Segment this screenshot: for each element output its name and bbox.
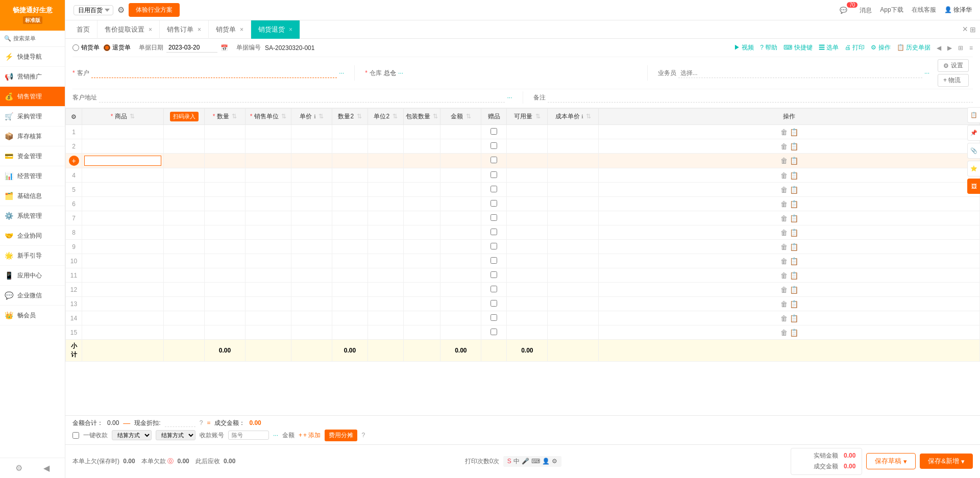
unit2-cell[interactable] — [368, 240, 404, 254]
col-settings[interactable]: ⚙ — [66, 109, 82, 125]
product-cell[interactable] — [82, 139, 164, 154]
copy-row-button[interactable]: 📋 — [790, 257, 798, 265]
amount-cell[interactable] — [440, 297, 481, 311]
delete-row-button[interactable]: 🗑 — [780, 157, 788, 165]
unit-cell[interactable] — [246, 125, 291, 139]
qty-cell[interactable] — [205, 168, 246, 183]
available-cell[interactable] — [507, 139, 548, 154]
pkg-qty-cell[interactable] — [404, 311, 440, 325]
fee-split-button[interactable]: 费用分摊 — [325, 430, 357, 441]
cost-info-icon[interactable]: ℹ — [581, 114, 583, 119]
available-cell[interactable] — [507, 197, 548, 211]
sidebar-item-system[interactable]: ⚙️ 系统管理 — [0, 206, 65, 226]
calendar-icon[interactable]: 📅 — [220, 44, 228, 52]
col-barcode[interactable]: 扫码录入 — [164, 109, 205, 125]
float-panel-item-2[interactable]: 📌 — [967, 125, 980, 141]
pkg-qty-cell[interactable] — [404, 168, 440, 183]
prev-doc-icon[interactable]: ◀ — [937, 44, 941, 52]
online-service-link[interactable]: 在线客服 — [912, 6, 936, 14]
price-info-icon[interactable]: ℹ — [314, 114, 316, 119]
amount-cell[interactable] — [440, 254, 481, 268]
sidebar-item-inventory[interactable]: 📦 库存核算 — [0, 127, 65, 146]
sidebar-item-enterprise[interactable]: 🤝 企业协同 — [0, 226, 65, 246]
qty-cell[interactable] — [205, 283, 246, 297]
tab-sales-order-close[interactable]: × — [198, 26, 201, 33]
copy-row-button[interactable]: 📋 — [790, 300, 798, 308]
copy-row-button[interactable]: 📋 — [790, 329, 798, 337]
delete-row-button[interactable]: 🗑 — [780, 186, 788, 194]
amount-cell[interactable] — [440, 211, 481, 225]
qty-cell[interactable] — [205, 225, 246, 240]
save-new-button[interactable]: 保存&新增 ▾ — [920, 454, 973, 469]
cost-price-cell[interactable] — [548, 283, 599, 297]
gift-cell[interactable] — [481, 311, 507, 325]
unit2-cell[interactable] — [368, 254, 404, 268]
pkg-qty-cell[interactable] — [404, 268, 440, 283]
unit-cell[interactable] — [246, 225, 291, 240]
salesperson-more-icon[interactable]: ··· — [924, 69, 929, 77]
tab-sales-order[interactable]: 销售订单 × — [160, 20, 209, 39]
calc-method-select[interactable]: 结算方式 — [156, 430, 195, 440]
price-cell[interactable] — [291, 183, 332, 197]
qty-cell[interactable] — [205, 254, 246, 268]
next-doc-icon[interactable]: ▶ — [947, 44, 952, 52]
warehouse-more-icon[interactable]: ··· — [398, 69, 403, 77]
product-cell[interactable] — [82, 311, 164, 325]
unit-cell[interactable] — [246, 211, 291, 225]
pkg-qty-cell[interactable] — [404, 197, 440, 211]
qty2-cell[interactable] — [332, 154, 368, 168]
qty2-cell[interactable] — [332, 139, 368, 154]
copy-row-button[interactable]: 📋 — [790, 171, 798, 180]
sidebar-item-newbie[interactable]: 🌟 新手引导 — [0, 246, 65, 266]
amount-cell[interactable] — [440, 240, 481, 254]
copy-row-button[interactable]: 📋 — [790, 286, 798, 294]
unit2-cell[interactable] — [368, 139, 404, 154]
unit2-cell[interactable] — [368, 225, 404, 240]
delete-row-button[interactable]: 🗑 — [780, 257, 788, 265]
product-cell[interactable] — [82, 283, 164, 297]
unit2-cell[interactable] — [368, 183, 404, 197]
pkg-qty-cell[interactable] — [404, 183, 440, 197]
sidebar-item-wechat[interactable]: 💬 企业微信 — [0, 286, 65, 306]
amount-cell[interactable] — [440, 225, 481, 240]
radio-return-input[interactable] — [104, 44, 110, 51]
product-cell[interactable] — [82, 183, 164, 197]
delete-row-button[interactable]: 🗑 — [780, 286, 788, 294]
history-link[interactable]: 📋 历史单据 — [897, 43, 930, 52]
qty2-cell[interactable] — [332, 297, 368, 311]
gift-checkbox[interactable] — [491, 157, 497, 163]
product-cell[interactable] — [82, 211, 164, 225]
unit-cell[interactable] — [246, 311, 291, 325]
gift-checkbox[interactable] — [491, 128, 497, 135]
shortcut-link[interactable]: ⌨ 快捷键 — [783, 43, 812, 52]
qty2-cell[interactable] — [332, 225, 368, 240]
single-owe-icon[interactable]: ⓪ — [167, 458, 174, 465]
price-cell[interactable] — [291, 240, 332, 254]
app-download-link[interactable]: App下载 — [880, 6, 903, 14]
tab-sales-return[interactable]: 销货退货 × — [251, 20, 300, 39]
cash-discount-help[interactable]: ? — [200, 419, 203, 426]
tab-sales-close[interactable]: × — [240, 26, 243, 33]
cost-price-cell[interactable] — [548, 168, 599, 183]
amount-cell[interactable] — [440, 311, 481, 325]
available-cell[interactable] — [507, 240, 548, 254]
product-cell[interactable] — [82, 240, 164, 254]
price-cell[interactable] — [291, 254, 332, 268]
cost-price-cell[interactable] — [548, 197, 599, 211]
gift-checkbox[interactable] — [491, 314, 497, 321]
pkg-qty-cell[interactable] — [404, 283, 440, 297]
delete-row-button[interactable]: 🗑 — [780, 214, 788, 222]
pkg-qty-cell[interactable] — [404, 154, 440, 168]
delete-row-button[interactable]: 🗑 — [780, 142, 788, 150]
unit2-cell[interactable] — [368, 197, 404, 211]
cost-price-cell[interactable] — [548, 125, 599, 139]
qty-cell[interactable] — [205, 297, 246, 311]
header-settings-icon[interactable]: ⚙ — [117, 5, 125, 15]
unit-cell[interactable] — [246, 297, 291, 311]
product-cell[interactable] — [82, 197, 164, 211]
copy-row-button[interactable]: 📋 — [790, 271, 798, 280]
customer-more-icon[interactable]: ··· — [339, 69, 344, 77]
float-panel-item-3[interactable]: 📎 — [967, 143, 980, 159]
gift-checkbox[interactable] — [491, 200, 497, 207]
gift-cell[interactable] — [481, 154, 507, 168]
